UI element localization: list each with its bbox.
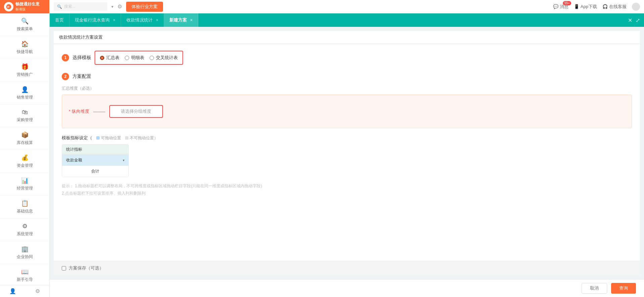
message-item[interactable]: 💬 消息 99+ [553,4,569,10]
metrics-section: 模板指标设定（ 可拖动位置 不可拖动位置） 统计指标 [62,135,632,177]
sidebar-item-label: 采购管理 [17,117,33,123]
support-label: 在线客服 [609,4,627,10]
sidebar-menu: 🔍搜索菜单🏠快捷导航🎁营销推广👤销售管理🛍采购管理📦库存核算💰资金管理📊经营管理… [0,13,49,285]
tab-new-scheme-label: 新建方案 [169,17,187,23]
system-icon: ⚙ [22,222,28,230]
metrics-header-row: 模板指标设定（ 可拖动位置 不可拖动位置） [62,135,632,141]
sidebar-item-label: 基础信息 [17,208,33,214]
search-placeholder: 搜索... [64,4,75,9]
radio-summary[interactable] [100,56,104,60]
message-icon: 💬 [553,4,558,9]
sidebar-item-label: 销售管理 [17,95,33,100]
support-icon: 🎧 [602,4,608,9]
metrics-stat-header: 统计指标 [62,145,128,155]
dimension-row: * 纵向维度 —— 请选择分组维度 [69,105,163,118]
topbar: 🔍 搜索... ▾ ⚙ 体验行业方案 💬 消息 99+ 📱 App下载 🎧 在线… [50,0,644,13]
sidebar-item-label: 快捷导航 [17,49,33,55]
trial-button[interactable]: 体验行业方案 [126,2,163,12]
non-draggable-dot [125,136,128,140]
sidebar-item-basic[interactable]: 📋基础信息 [0,196,49,218]
template-cross[interactable]: 交叉统计表 [150,55,178,61]
tab-new-scheme-close[interactable]: × [190,18,193,22]
dimension-select-button[interactable]: 请选择分组维度 [109,105,163,118]
download-label: App下载 [581,4,597,10]
legend-non-draggable: 不可拖动位置） [125,135,158,141]
label-summary: 汇总表 [106,55,119,61]
sidebar-item-enterprise[interactable]: 🏢企业协同 [0,241,49,264]
tab-new-scheme[interactable]: 新建方案 × [164,13,198,27]
search-box[interactable]: 🔍 搜索... [54,2,107,11]
dropdown-icon[interactable]: ▾ [111,4,113,9]
sidebar-item-inventory[interactable]: 📦库存核算 [0,127,49,150]
sidebar-item-label: 营销推广 [17,72,33,78]
tab-bank-label: 现金银行流水查询 [75,17,110,23]
sidebar-item-sales[interactable]: 👤销售管理 [0,82,49,105]
save-checkbox[interactable] [62,266,66,270]
user-name-item[interactable] [632,3,640,11]
download-item[interactable]: 📱 App下载 [574,4,597,10]
cell-dropdown-icon[interactable]: ▾ [123,158,124,162]
tip-1: 提示： 1.拖动标题栏可以调整布局，不可跨维度或指标区域拖动栏目字段(只能在同一… [62,183,632,190]
tip-2: 2.点击标题栏下拉可设置排序、插入列和删除列 [62,190,632,197]
sidebar-item-label: 搜索菜单 [17,26,33,32]
sidebar-item-label: 经营管理 [17,186,33,191]
tabbar: 首页 现金银行流水查询 × 收款情况统计 × 新建方案 × ✕ ⤢ [50,13,644,27]
label-cross: 交叉统计表 [156,55,178,61]
tab-stats[interactable]: 收款情况统计 × [121,13,164,27]
sidebar-item-guide[interactable]: 📖新手引导 [0,264,49,285]
metrics-cell-amount[interactable]: 收款金额 ▾ [62,155,128,166]
enterprise-icon: 🏢 [21,245,29,253]
breadcrumb: 收款情况统计方案设置 [59,35,103,40]
sidebar-item-operations[interactable]: 📊经营管理 [0,173,49,196]
step2-header: 2 方案配置 [62,73,632,80]
tabbar-close-icon[interactable]: ✕ [628,17,632,23]
user-avatar [632,3,640,11]
template-detail[interactable]: 明细表 [125,55,144,61]
support-item[interactable]: 🎧 在线客服 [602,4,627,10]
sidebar-bottom: 👤 ⚙ [0,285,49,297]
query-button[interactable]: 查询 [611,283,636,294]
sidebar-item-search[interactable]: 🔍搜索菜单 [0,13,49,36]
tab-stats-close[interactable]: × [156,18,158,22]
search-icon: 🔍 [57,4,62,9]
template-summary[interactable]: 汇总表 [100,55,119,61]
save-section: 方案保存（可选） [54,261,640,275]
sidebar-item-system[interactable]: ⚙系统管理 [0,218,49,241]
purchase-icon: 🛍 [22,109,28,116]
dimension-area: * 纵向维度 —— 请选择分组维度 [62,95,632,128]
metrics-subtotal: 合计 [62,166,128,177]
svg-text:好: 好 [7,6,10,8]
finance-icon: 💰 [21,154,29,161]
tabbar-expand-icon[interactable]: ⤢ [636,17,640,23]
step1-section: 1 选择模板 汇总表 明细表 交叉统计表 [62,51,632,65]
tab-bank-close[interactable]: × [113,18,115,22]
sidebar-item-finance[interactable]: 💰资金管理 [0,150,49,173]
radio-cross[interactable] [150,56,154,60]
quick-nav-icon: 🏠 [21,40,29,48]
sidebar-item-label: 企业协同 [17,254,33,260]
sidebar-bottom-user[interactable]: 👤 [9,288,16,294]
sidebar-item-quick-nav[interactable]: 🏠快捷导航 [0,36,49,59]
step2-title: 方案配置 [72,73,91,80]
operations-icon: 📊 [21,177,29,184]
step1-title: 选择模板 [72,55,91,61]
vertical-label: * 纵向维度 [69,108,89,114]
step2-section: 2 方案配置 汇总维度（必选） * 纵向维度 —— 请选择分组维度 [62,73,632,197]
logo-icon: 好 [4,2,13,11]
search-icon: 🔍 [21,17,29,25]
inventory-icon: 📦 [21,131,29,139]
legend-draggable: 可拖动位置 [96,135,121,141]
sidebar-item-label: 新手引导 [17,277,33,283]
tab-home[interactable]: 首页 [50,13,69,27]
sidebar-bottom-settings[interactable]: ⚙ [35,288,40,294]
cancel-button[interactable]: 取消 [582,283,607,294]
gear-icon[interactable]: ⚙ [117,3,122,10]
sidebar-item-marketing[interactable]: 🎁营销推广 [0,59,49,82]
tab-bank[interactable]: 现金银行流水查询 × [69,13,121,27]
download-icon: 📱 [574,4,579,9]
user-icon: 👤 [9,288,16,294]
radio-detail[interactable] [125,56,129,60]
sidebar-item-purchase[interactable]: 🛍采购管理 [0,105,49,127]
sidebar-logo: 好 畅捷通好生意 标准版 [0,0,49,13]
tab-home-label: 首页 [55,17,64,23]
